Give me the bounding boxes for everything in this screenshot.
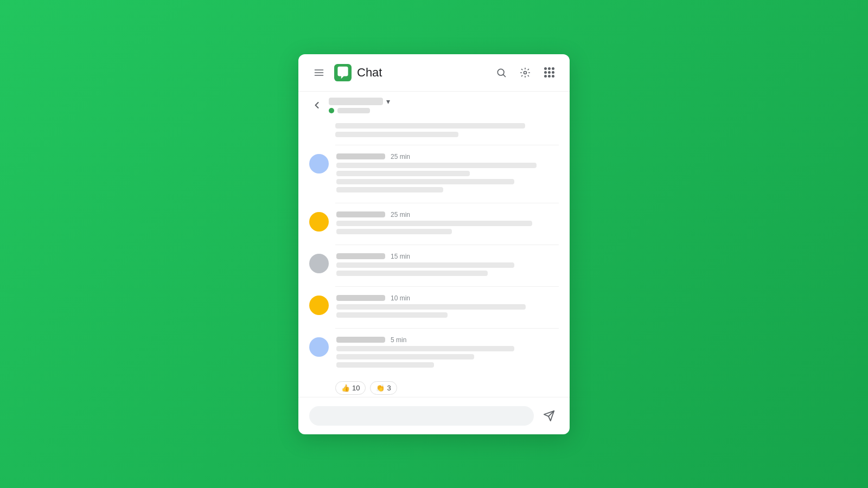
avatar: [309, 154, 329, 174]
back-icon: [311, 100, 322, 111]
menu-icon: [314, 67, 324, 78]
sender-name-skeleton: [336, 337, 385, 343]
sender-name-skeleton: [336, 153, 385, 159]
avatar: [309, 296, 329, 315]
message-content: 15 min: [336, 253, 559, 279]
message-time: 15 min: [391, 253, 410, 260]
thumbs-up-reaction[interactable]: 👍 10: [335, 381, 366, 395]
search-icon: [496, 67, 507, 78]
menu-button[interactable]: [309, 63, 329, 82]
message-line: [336, 187, 443, 192]
message-line: [336, 262, 514, 268]
search-button[interactable]: [492, 63, 511, 82]
status-row: [329, 108, 559, 113]
apps-button[interactable]: [539, 63, 559, 82]
message-line: [336, 163, 537, 168]
send-button[interactable]: [539, 406, 559, 426]
contact-name-skeleton: [329, 98, 383, 105]
input-area: [298, 397, 570, 434]
subheader-content: ▾: [329, 97, 559, 113]
message-content: 25 min: [336, 153, 559, 195]
message-time: 25 min: [391, 153, 410, 160]
message-time: 5 min: [391, 336, 406, 344]
message-header: 5 min: [336, 336, 559, 344]
avatar: [309, 212, 329, 232]
message-group: 10 min: [298, 290, 570, 325]
dropdown-arrow-icon[interactable]: ▾: [386, 97, 390, 106]
thumbs-up-emoji: 👍: [341, 384, 350, 392]
message-content: 25 min: [336, 211, 559, 237]
message-content: 10 min: [336, 294, 559, 320]
divider: [298, 327, 570, 330]
message-group: 25 min: [298, 149, 570, 200]
message-line: [336, 179, 514, 184]
message-line: [336, 304, 526, 310]
message-line: [336, 346, 514, 351]
message-header: 15 min: [336, 253, 559, 260]
clapping-reaction[interactable]: 👏 3: [370, 381, 397, 395]
clapping-count: 3: [387, 384, 391, 392]
svg-point-4: [497, 69, 504, 75]
message-line: [336, 221, 532, 226]
settings-icon: [520, 67, 531, 78]
app-title: Chat: [357, 66, 382, 80]
chat-window: Chat: [298, 54, 570, 434]
avatar: [309, 254, 329, 273]
thumbs-up-count: 10: [352, 384, 360, 392]
divider: [298, 243, 570, 246]
header: Chat: [298, 54, 570, 92]
reactions-row: 👍 10 👏 3: [298, 379, 570, 397]
message-group: 15 min: [298, 248, 570, 283]
message-group: 5 min: [298, 332, 570, 375]
sender-name-skeleton: [336, 211, 385, 217]
header-actions: [492, 63, 559, 82]
message-line: [336, 354, 474, 359]
message-input[interactable]: [309, 406, 534, 426]
header-left: Chat: [309, 63, 486, 82]
message-header: 25 min: [336, 153, 559, 160]
divider: [298, 144, 570, 146]
message-line: [336, 171, 470, 176]
svg-line-5: [503, 74, 506, 76]
message-header: 25 min: [336, 211, 559, 219]
svg-point-6: [524, 71, 527, 74]
online-status-dot: [329, 108, 334, 113]
divider: [298, 202, 570, 204]
back-button[interactable]: [309, 98, 324, 113]
message-line: [336, 229, 452, 234]
message-content: 5 min: [336, 336, 559, 370]
google-chat-logo: [334, 64, 352, 81]
message-time: 10 min: [391, 294, 410, 302]
sender-name-skeleton: [336, 253, 385, 259]
sender-name-skeleton: [336, 295, 385, 301]
messages-area[interactable]: 25 min 25 min: [298, 117, 570, 397]
message-time: 25 min: [391, 211, 410, 219]
divider: [298, 285, 570, 288]
grid-icon: [544, 67, 554, 78]
clapping-emoji: 👏: [376, 384, 385, 392]
message-line: [336, 312, 448, 318]
contact-name-row: ▾: [329, 97, 559, 106]
message-line: [336, 271, 488, 276]
subheader: ▾: [298, 92, 570, 117]
avatar: [309, 337, 329, 357]
message-line: [336, 362, 434, 368]
send-icon: [543, 410, 555, 422]
message-group: 25 min: [298, 207, 570, 241]
skeleton-line: [335, 123, 525, 129]
skeleton-line: [335, 132, 458, 137]
status-skeleton: [337, 108, 370, 113]
settings-button[interactable]: [515, 63, 535, 82]
top-skeleton-lines: [298, 121, 570, 143]
message-header: 10 min: [336, 294, 559, 302]
